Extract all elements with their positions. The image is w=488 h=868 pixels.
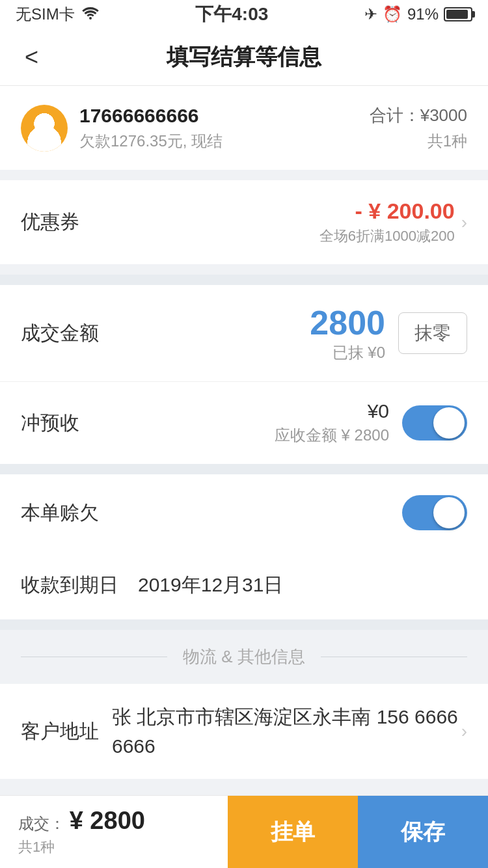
customer-card: 17666666666 欠款1276.35元, 现结 合计：¥3000 共1种 xyxy=(0,86,488,170)
coupon-discount: - ¥ 200.00 xyxy=(319,198,455,224)
logistics-section: 物流 & 其他信息 xyxy=(0,630,488,684)
section-separator-3 xyxy=(0,619,488,630)
status-bar: 无SIM卡 下午4:03 ✈ ⏰ 91% xyxy=(0,0,488,29)
carrier-text: 无SIM卡 xyxy=(16,4,75,25)
toggle-knob xyxy=(433,407,465,439)
status-left: 无SIM卡 xyxy=(16,4,100,25)
duedate-value: 2019年12月31日 xyxy=(138,572,283,599)
logistics-line-left xyxy=(21,657,167,657)
back-button[interactable]: < xyxy=(18,37,45,77)
status-right: ✈ ⏰ 91% xyxy=(364,5,472,23)
coupon-right: - ¥ 200.00 全场6折满1000减200 › xyxy=(319,198,467,246)
pre-deposit-toggle[interactable] xyxy=(402,405,467,441)
customer-subtitle: 欠款1276.35元, 现结 xyxy=(79,131,223,152)
bottom-count: 共1种 xyxy=(18,837,210,857)
debt-toggle-knob xyxy=(433,497,465,528)
address-value: 张 北京市市辖区海淀区永丰南 156 6666 6666 xyxy=(112,702,461,761)
logistics-line-right xyxy=(321,657,467,657)
location-icon: ✈ xyxy=(364,5,377,23)
status-time: 下午4:03 xyxy=(195,2,268,27)
customer-info: 17666666666 欠款1276.35元, 现结 xyxy=(79,105,223,152)
transaction-label: 成交金额 xyxy=(21,320,99,347)
debt-row: 本单赊欠 xyxy=(0,474,488,551)
transaction-amount: 2800 xyxy=(310,303,385,342)
address-row[interactable]: 客户地址 张 北京市市辖区海淀区永丰南 156 6666 6666 › xyxy=(0,684,488,779)
customer-total: 合计：¥3000 共1种 xyxy=(370,104,467,152)
debt-label: 本单赊欠 xyxy=(21,500,99,526)
pre-deposit-row: 冲预收 ¥0 应收金额 ¥ 2800 xyxy=(0,382,488,464)
logistics-title: 物流 & 其他信息 xyxy=(167,645,321,668)
wifi-icon xyxy=(81,5,100,23)
nav-bar: < 填写结算等信息 xyxy=(0,29,488,86)
customer-left: 17666666666 欠款1276.35元, 现结 xyxy=(21,105,223,152)
duedate-row: 收款到期日 2019年12月31日 xyxy=(0,551,488,619)
hold-button[interactable]: 挂单 xyxy=(228,796,358,869)
transaction-section: 成交金额 2800 已抹 ¥0 抹零 冲预收 ¥0 应收金额 ¥ 2800 xyxy=(0,285,488,464)
address-label: 客户地址 xyxy=(21,718,99,745)
transaction-row: 成交金额 2800 已抹 ¥0 抹零 xyxy=(0,285,488,382)
bottom-amount: ¥ 2800 xyxy=(70,807,145,834)
battery-icon xyxy=(444,7,472,21)
total-count: 共1种 xyxy=(370,131,467,152)
coupon-label: 优惠券 xyxy=(21,209,79,236)
coupon-row[interactable]: 优惠券 - ¥ 200.00 全场6折满1000减200 › xyxy=(0,180,488,264)
bottom-bar: 成交： ¥ 2800 共1种 挂单 保存 xyxy=(0,795,488,868)
alarm-icon: ⏰ xyxy=(383,5,402,23)
pre-deposit-label: 冲预收 xyxy=(21,410,79,437)
pre-deposit-right: ¥0 应收金额 ¥ 2800 xyxy=(275,400,467,446)
page-title: 填写结算等信息 xyxy=(167,42,321,72)
total-label: 合计：¥3000 xyxy=(370,104,467,127)
pre-deposit-value: ¥0 xyxy=(275,400,389,422)
amount-erased: 已抹 ¥0 xyxy=(310,342,385,363)
save-button[interactable]: 保存 xyxy=(358,796,488,869)
bottom-summary-label: 成交： xyxy=(18,815,65,832)
avatar xyxy=(21,105,68,152)
address-chevron-icon: › xyxy=(461,721,467,742)
coupon-description: 全场6折满1000减200 xyxy=(319,226,455,246)
section-separator-2 xyxy=(0,464,488,474)
debt-toggle[interactable] xyxy=(402,495,467,530)
erase-button[interactable]: 抹零 xyxy=(398,312,467,354)
battery-percentage: 91% xyxy=(407,5,439,23)
duedate-label: 收款到期日 xyxy=(21,572,118,599)
content-area: 17666666666 欠款1276.35元, 现结 合计：¥3000 共1种 … xyxy=(0,86,488,868)
pre-deposit-sublabel: 应收金额 ¥ 2800 xyxy=(275,425,389,446)
customer-phone: 17666666666 xyxy=(79,105,223,127)
section-separator xyxy=(0,275,488,285)
transaction-right: 2800 已抹 ¥0 抹零 xyxy=(310,303,467,363)
chevron-right-icon: › xyxy=(461,212,467,233)
bottom-summary: 成交： ¥ 2800 共1种 xyxy=(0,807,228,857)
